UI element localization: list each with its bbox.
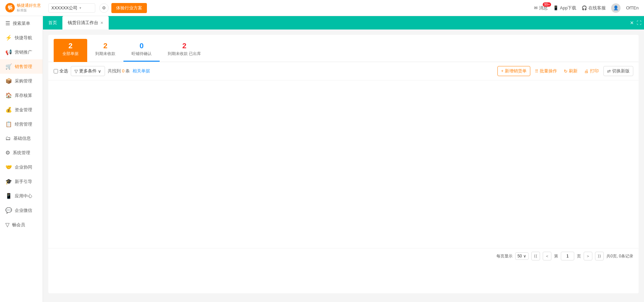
filter-icon: ▽ bbox=[74, 69, 78, 74]
message-btn[interactable]: ✉ 消息 99+ bbox=[534, 5, 548, 11]
toolbar-right: + 新增销货单 ⠿ 批量操作 ↻ 刷新 🖨 打印 ⇄ 切换新版 bbox=[497, 66, 633, 76]
sidebar-item-member[interactable]: ▽ 畅会员 bbox=[0, 218, 43, 232]
found-suffix: 条 bbox=[125, 68, 130, 73]
tab-bar: 首页 钱货日清工作台 ✕ ✕ ⛶ bbox=[43, 16, 644, 29]
switch-icon: ⇄ bbox=[607, 69, 611, 74]
industry-btn[interactable]: 体验行业方案 bbox=[111, 3, 147, 13]
tab-home-label: 首页 bbox=[48, 20, 57, 26]
sidebar-item-basic-info[interactable]: 🗂 基础信息 bbox=[0, 131, 43, 145]
stat-label-all: 全部单据 bbox=[62, 51, 78, 57]
stat-label-pending: 旺铺待确认 bbox=[131, 51, 152, 57]
tab-close-all-icon[interactable]: ✕ bbox=[630, 20, 634, 25]
sidebar-item-enterprise[interactable]: 🤝 企业协同 bbox=[0, 160, 43, 174]
settings-button[interactable]: ⚙ bbox=[99, 3, 109, 13]
per-page-label: 每页显示 bbox=[496, 253, 513, 259]
first-page-button[interactable]: ⟨⟨ bbox=[531, 252, 540, 260]
sidebar-item-system[interactable]: ⚙ 系统管理 bbox=[0, 145, 43, 160]
page-label: 第 bbox=[554, 253, 558, 259]
print-button[interactable]: 🖨 打印 bbox=[582, 66, 601, 76]
next-page-button[interactable]: ＞ bbox=[584, 252, 592, 260]
gear-icon: ⚙ bbox=[102, 5, 106, 10]
tab-home[interactable]: 首页 bbox=[43, 16, 62, 29]
per-page-select[interactable]: 50 ∨ bbox=[515, 252, 529, 260]
app-center-icon: 📱 bbox=[5, 193, 12, 199]
service-icon: 🎧 bbox=[582, 5, 587, 10]
stat-num-shipped: 2 bbox=[182, 42, 186, 50]
sidebar: ☰ 搜索菜单 ⚡ 快捷导航 📢 营销推广 🛒 销售管理 📦 采购管理 🏠 库存核… bbox=[0, 16, 43, 302]
sidebar-item-search-label: 搜索菜单 bbox=[13, 20, 30, 26]
pagination-bar: 每页显示 50 ∨ ⟨⟨ ＜ 第 页 ＞ ⟩⟩ 共0页, 0条记录 bbox=[48, 248, 639, 264]
logo-area: 畅 畅捷通好生意 标准版 bbox=[5, 3, 48, 12]
first-page-icon: ⟨⟨ bbox=[534, 254, 537, 258]
company-selector[interactable]: XXXXXX公司 ▾ bbox=[48, 3, 95, 13]
switch-label: 切换新版 bbox=[612, 68, 630, 74]
tab-expand-icon[interactable]: ⛶ bbox=[637, 20, 641, 25]
logo-text: 畅捷通好生意 bbox=[17, 3, 41, 8]
new-order-button[interactable]: + 新增销货单 bbox=[497, 66, 530, 76]
switch-version-button[interactable]: ⇄ 切换新版 bbox=[603, 66, 633, 76]
content-area bbox=[48, 80, 639, 248]
batch-icon: ⠿ bbox=[535, 69, 538, 74]
stat-tab-overdue[interactable]: 2 到期未收款 bbox=[87, 39, 123, 62]
online-service-btn[interactable]: 🎧 在线客服 bbox=[582, 5, 606, 11]
stat-tab-all[interactable]: 2 全部单据 bbox=[54, 39, 87, 62]
purchase-icon: 📦 bbox=[5, 78, 12, 84]
batch-operation-button[interactable]: ⠿ 批量操作 bbox=[533, 66, 559, 76]
per-page-chevron-icon: ∨ bbox=[523, 254, 526, 258]
page-number-input[interactable] bbox=[561, 252, 574, 260]
chevron-down-icon: ▾ bbox=[79, 6, 81, 10]
sidebar-item-operations[interactable]: 📋 经营管理 bbox=[0, 117, 43, 131]
toolbar: 全选 ▽ 更多条件 ∨ 共找到 0 条 相关单据 + 新增销货单 ⠿ 批 bbox=[48, 62, 639, 80]
app-download-label: App下载 bbox=[560, 5, 576, 11]
sidebar-item-marketing-label: 营销推广 bbox=[15, 49, 32, 55]
toolbar-left: 全选 ▽ 更多条件 ∨ 共找到 0 条 相关单据 bbox=[54, 66, 150, 76]
tab-close-icon[interactable]: ✕ bbox=[100, 21, 103, 25]
filter-button[interactable]: ▽ 更多条件 ∨ bbox=[71, 66, 105, 76]
sidebar-item-purchase[interactable]: 📦 采购管理 bbox=[0, 74, 43, 88]
stat-tab-shipped[interactable]: 2 到期未收款 已出库 bbox=[160, 39, 209, 62]
last-page-button[interactable]: ⟩⟩ bbox=[595, 252, 604, 260]
sidebar-item-wecom[interactable]: 💬 企业微信 bbox=[0, 203, 43, 218]
search-menu-icon: ☰ bbox=[5, 20, 10, 26]
refresh-label: 刷新 bbox=[569, 68, 578, 74]
operations-icon: 📋 bbox=[5, 121, 12, 127]
sidebar-item-app-center[interactable]: 📱 应用中心 bbox=[0, 189, 43, 203]
sidebar-item-inventory-label: 库存核算 bbox=[15, 93, 32, 99]
select-all-checkbox[interactable] bbox=[54, 69, 58, 73]
app-download-btn[interactable]: 📱 App下载 bbox=[553, 5, 576, 11]
found-prefix: 共找到 bbox=[108, 68, 121, 73]
sidebar-item-guide[interactable]: 🎓 新手引导 bbox=[0, 174, 43, 189]
sidebar-item-enterprise-label: 企业协同 bbox=[15, 164, 32, 170]
stat-num-all: 2 bbox=[68, 42, 72, 50]
found-text: 共找到 0 条 bbox=[108, 68, 130, 74]
prev-page-button[interactable]: ＜ bbox=[543, 252, 551, 260]
phone-icon: 📱 bbox=[553, 5, 558, 10]
per-page-value: 50 bbox=[518, 254, 522, 258]
avatar[interactable]: 👤 bbox=[611, 3, 621, 13]
sidebar-item-finance[interactable]: 💰 资金管理 bbox=[0, 103, 43, 117]
sidebar-item-quick-nav[interactable]: ⚡ 快捷导航 bbox=[0, 31, 43, 45]
avatar-icon: 👤 bbox=[613, 5, 619, 10]
refresh-button[interactable]: ↻ 刷新 bbox=[562, 66, 580, 76]
sidebar-item-guide-label: 新手引导 bbox=[15, 179, 32, 185]
sidebar-item-search[interactable]: ☰ 搜索菜单 bbox=[0, 16, 43, 31]
member-icon: ▽ bbox=[5, 222, 9, 228]
stat-tab-pending[interactable]: 0 旺铺待确认 bbox=[123, 39, 160, 62]
select-all-label[interactable]: 全选 bbox=[54, 68, 68, 74]
sidebar-item-sales[interactable]: 🛒 销售管理 bbox=[0, 59, 43, 74]
sidebar-item-inventory[interactable]: 🏠 库存核算 bbox=[0, 88, 43, 103]
related-link[interactable]: 相关单据 bbox=[132, 68, 150, 74]
stat-label-shipped: 到期未收款 已出库 bbox=[168, 51, 201, 57]
total-info: 共0页, 0条记录 bbox=[606, 253, 633, 259]
print-label: 打印 bbox=[590, 68, 599, 74]
top-header: 畅 畅捷通好生意 标准版 XXXXXX公司 ▾ ⚙ 体验行业方案 ✉ 消息 99… bbox=[0, 0, 644, 16]
sidebar-item-marketing[interactable]: 📢 营销推广 bbox=[0, 45, 43, 59]
stats-tabs: 2 全部单据 2 到期未收款 0 旺铺待确认 2 到期未收款 已出库 bbox=[48, 35, 639, 62]
company-name: XXXXXX公司 bbox=[51, 5, 77, 11]
tab-workbench[interactable]: 钱货日清工作台 ✕ bbox=[62, 16, 109, 29]
header-actions: ⚙ 体验行业方案 bbox=[99, 3, 147, 13]
sidebar-item-operations-label: 经营管理 bbox=[15, 121, 32, 127]
batch-label: 批量操作 bbox=[540, 68, 557, 74]
filter-label: 更多条件 bbox=[79, 68, 97, 74]
basic-info-icon: 🗂 bbox=[5, 135, 11, 141]
